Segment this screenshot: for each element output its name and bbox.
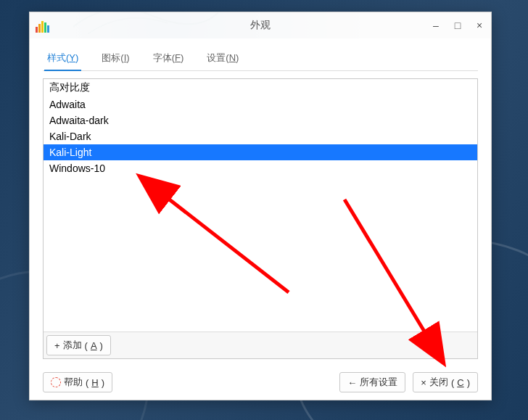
tab-icons[interactable]: 图标(I): [99, 47, 132, 70]
add-button[interactable]: + 添加(A): [46, 335, 111, 355]
list-item[interactable]: Kali-Dark: [44, 128, 477, 144]
list-item[interactable]: 高对比度: [44, 79, 477, 96]
close-icon[interactable]: ×: [474, 20, 485, 31]
all-settings-button[interactable]: ← 所有设置: [339, 372, 405, 392]
tab-style[interactable]: 样式(Y): [44, 47, 81, 70]
tab-bar: 样式(Y) 图标(I) 字体(F) 设置(N): [43, 44, 478, 71]
help-button[interactable]: 帮助(H): [43, 372, 112, 392]
titlebar[interactable]: 外观 – □ ×: [30, 12, 491, 38]
list-item[interactable]: Kali-Light: [44, 144, 477, 160]
maximize-icon[interactable]: □: [452, 20, 463, 31]
appearance-settings-window: 外观 – □ × 样式(Y) 图标(I) 字体(F) 设置(N) 高对比度: [29, 12, 492, 400]
app-icon: [36, 18, 50, 33]
button-bar: 帮助(H) ← 所有设置 × 关闭(C): [30, 366, 491, 400]
close-button[interactable]: × 关闭(C): [413, 372, 478, 392]
tab-settings[interactable]: 设置(N): [204, 47, 242, 70]
list-toolbar: + 添加(A): [44, 332, 477, 358]
minimize-icon[interactable]: –: [430, 20, 442, 31]
theme-list-container: 高对比度 Adwaita Adwaita-dark Kali-Dark Kali…: [43, 78, 478, 359]
x-icon: ×: [421, 377, 426, 388]
window-controls: – □ ×: [430, 20, 485, 31]
list-item[interactable]: Adwaita: [44, 96, 477, 112]
list-item[interactable]: Windows-10: [44, 160, 477, 176]
theme-list[interactable]: 高对比度 Adwaita Adwaita-dark Kali-Dark Kali…: [44, 79, 477, 332]
content-area: 样式(Y) 图标(I) 字体(F) 设置(N) 高对比度 Adwaita Adw…: [30, 38, 491, 366]
list-item[interactable]: Adwaita-dark: [44, 112, 477, 128]
help-icon: [51, 377, 61, 387]
plus-icon: +: [54, 340, 60, 351]
arrow-left-icon: ←: [347, 377, 357, 388]
window-title: 外观: [250, 19, 271, 32]
tab-fonts[interactable]: 字体(F): [150, 47, 187, 70]
